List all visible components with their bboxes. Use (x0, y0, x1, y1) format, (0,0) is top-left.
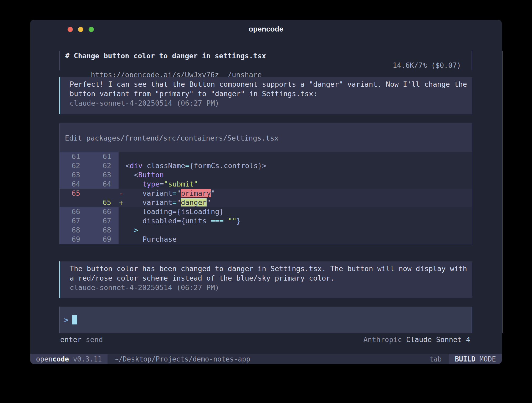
title-bar: opencode (30, 20, 502, 35)
diff-row: 6161 (60, 152, 472, 161)
mode-suffix: MODE (475, 355, 496, 363)
diff-row: 6969 Purchase (60, 235, 472, 244)
diff-marker (119, 179, 125, 189)
code-line (125, 152, 472, 161)
working-directory: ~/Desktop/Projects/demo-notes-app (114, 355, 250, 363)
old-line-number: 69 (60, 235, 89, 244)
old-line-number (60, 198, 89, 207)
code-line: <div className={formCs.controls}> (125, 161, 472, 170)
new-line-number: 69 (89, 235, 119, 244)
model-provider: Anthropic (364, 335, 406, 344)
new-line-number: 62 (89, 161, 119, 170)
code-line: loading={isLoading} (125, 207, 472, 216)
message-text-line: Perfect! I can see that the Button compo… (70, 80, 472, 89)
code-line: variant="danger" (125, 198, 472, 207)
mode-label: BUILD (455, 355, 475, 363)
diff-marker (119, 235, 125, 244)
diff-marker: + (119, 198, 125, 207)
diff-marker (119, 216, 125, 225)
new-line-number: 64 (89, 179, 119, 189)
old-line-number: 63 (60, 170, 89, 179)
new-line-number: 68 (89, 225, 119, 235)
app-name: open (36, 355, 53, 363)
terminal-window: opencode # Change button color to danger… (30, 20, 502, 364)
diff-view: 61616262<div className={formCs.controls}… (60, 152, 472, 244)
diff-row: 65+ variant="danger" (60, 198, 472, 207)
send-action-hint: send (81, 335, 103, 344)
new-line-number: 65 (89, 198, 119, 207)
old-line-number: 64 (60, 179, 89, 189)
text-cursor (72, 315, 77, 324)
old-line-number: 66 (60, 207, 89, 216)
diff-row: 6767 disabled={units === ""} (60, 216, 472, 225)
token-cost-stats: 14.6K/7% ($0.07) (393, 61, 461, 70)
message-text-line: button variant from "primary" to "danger… (70, 89, 472, 99)
diff-row: 6363 <Button (60, 170, 472, 179)
message-text-line: The button color has been changed to dan… (70, 264, 472, 273)
diff-marker (119, 225, 125, 235)
code-line: type="submit" (125, 179, 472, 189)
session-header: # Change button color to danger in setti… (59, 51, 472, 70)
assistant-message: The button color has been changed to dan… (59, 261, 472, 298)
code-line: > (125, 225, 472, 235)
scroll-track[interactable] (502, 51, 503, 333)
diff-marker (119, 161, 125, 170)
new-line-number: 66 (89, 207, 119, 216)
window-title: opencode (30, 25, 502, 33)
old-line-number: 62 (60, 161, 89, 170)
prompt-symbol: > (64, 316, 68, 324)
diff-row: 6464 type="submit" (60, 179, 472, 189)
diff-marker (119, 207, 125, 216)
new-line-number: 63 (89, 170, 119, 179)
mode-badge[interactable]: BUILD MODE (449, 354, 502, 364)
old-line-number: 65 (60, 189, 89, 198)
enter-key-hint: enter (60, 335, 81, 344)
prompt-input[interactable]: > (59, 307, 472, 333)
new-line-number (89, 189, 119, 198)
diff-marker (119, 170, 125, 179)
hint-row: enter send Anthropic Claude Sonnet 4 (59, 335, 472, 344)
edit-tool-header: Edit packages/frontend/src/containers/Se… (60, 124, 472, 152)
diff-row: 6262<div className={formCs.controls}> (60, 161, 472, 170)
assistant-message: Perfect! I can see that the Button compo… (59, 77, 472, 114)
app-version-badge: opencode v0.3.11 (30, 354, 108, 364)
old-line-number: 67 (60, 216, 89, 225)
new-line-number: 67 (89, 216, 119, 225)
code-line: <Button (125, 170, 472, 179)
old-line-number: 68 (60, 225, 89, 235)
code-line: variant="primary" (125, 189, 472, 198)
message-model-timestamp: claude-sonnet-4-20250514 (06:27 PM) (70, 283, 472, 292)
edit-tool-card: Edit packages/frontend/src/containers/Se… (59, 123, 472, 244)
app-name-bold: code (53, 355, 69, 363)
diff-row: 6666 loading={isLoading} (60, 207, 472, 216)
diff-row: 6868 > (60, 225, 472, 235)
new-line-number: 61 (89, 152, 119, 161)
session-title: # Change button color to danger in setti… (65, 51, 472, 61)
code-line: Purchase (125, 235, 472, 244)
app-version: v0.3.11 (69, 355, 102, 363)
diff-row: 65- variant="primary" (60, 189, 472, 198)
message-text-line: a red/rose color scheme instead of the b… (70, 273, 472, 283)
code-line: disabled={units === ""} (125, 216, 472, 225)
tab-key-hint: tab (429, 355, 442, 363)
old-line-number: 61 (60, 152, 89, 161)
model-name: Claude Sonnet 4 (406, 335, 470, 344)
message-model-timestamp: claude-sonnet-4-20250514 (06:27 PM) (70, 99, 472, 108)
diff-marker (119, 152, 125, 161)
diff-marker: - (119, 189, 125, 198)
status-bar: opencode v0.3.11 ~/Desktop/Projects/demo… (30, 354, 502, 364)
